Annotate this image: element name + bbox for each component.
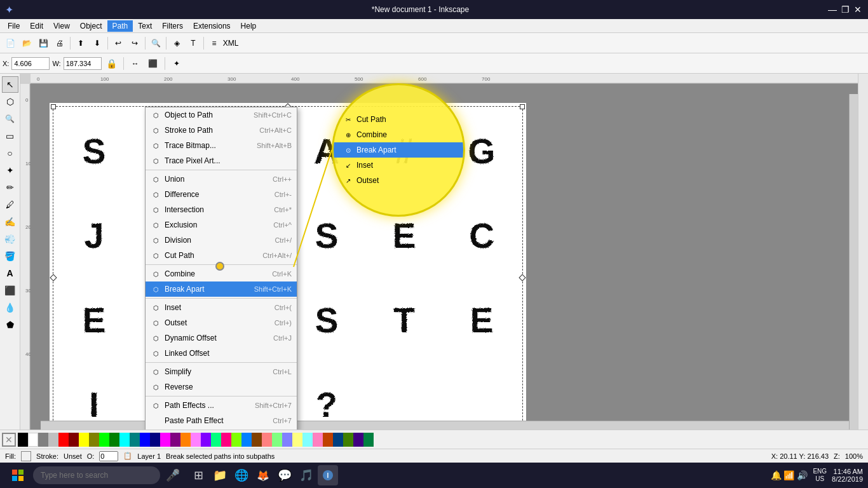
popup-inset[interactable]: ↙ Inset	[334, 158, 463, 173]
swatch-salmon[interactable]	[262, 433, 272, 447]
swatch-indigo[interactable]	[353, 433, 363, 447]
undo-button[interactable]: ↩	[111, 36, 126, 51]
menu-file[interactable]: File	[3, 20, 25, 32]
import-button[interactable]: ⬆	[73, 36, 88, 51]
rect-tool[interactable]: ▭	[2, 128, 18, 144]
swatch-brown[interactable]	[252, 433, 262, 447]
taskbar-fileexplorer-button[interactable]: 📁	[210, 465, 230, 485]
swatch-maroon[interactable]	[69, 433, 79, 447]
node-tool[interactable]: ⬡	[2, 93, 18, 110]
taskbar-browser-button[interactable]: 🌐	[231, 465, 252, 485]
swatch-fuchsia[interactable]	[160, 433, 170, 447]
swatch-orange[interactable]	[180, 433, 191, 447]
menu-difference[interactable]: ⬡ Difference Ctrl+-	[146, 187, 297, 202]
opacity-input[interactable]	[99, 451, 118, 461]
menu-stroke-to-path[interactable]: ⬡ Stroke to Path Ctrl+Alt+C	[146, 123, 297, 138]
minimize-button[interactable]: —	[827, 4, 837, 15]
swatch-navy[interactable]	[150, 433, 160, 447]
swatch-silver[interactable]	[48, 433, 58, 447]
zoom-tool[interactable]: 🔍	[2, 111, 18, 127]
menu-division[interactable]: ⬡ Division Ctrl+/	[146, 233, 297, 248]
close-button[interactable]: ✕	[853, 4, 863, 15]
swatch-lightyellow[interactable]	[292, 433, 302, 447]
redo-button[interactable]: ↪	[127, 36, 142, 51]
swatch-green[interactable]	[109, 433, 119, 447]
swatch-rust[interactable]	[323, 433, 333, 447]
scrollbar-vertical[interactable]	[849, 94, 858, 430]
swatch-lightcyan[interactable]	[302, 433, 313, 447]
menu-path[interactable]: Path	[107, 20, 133, 32]
align-button[interactable]: ≡	[207, 36, 222, 51]
swatch-chartreuse[interactable]	[231, 433, 241, 447]
menu-filters[interactable]: Filters	[157, 20, 188, 32]
swatch-forestgreen[interactable]	[363, 433, 374, 447]
open-button[interactable]: 📂	[19, 36, 34, 51]
zoom-in-button[interactable]: 🔍	[148, 36, 163, 51]
swatch-white[interactable]	[28, 433, 38, 447]
swatch-rose[interactable]	[221, 433, 231, 447]
pencil-tool[interactable]: ✏	[2, 179, 18, 196]
menu-object-to-path[interactable]: ⬡ Object to Path Shift+Ctrl+C	[146, 107, 297, 123]
popup-break-apart[interactable]: ⊙ Break Apart	[334, 142, 463, 158]
menu-simplify[interactable]: ⬡ Simplify Ctrl+L	[146, 364, 297, 379]
pen-tool[interactable]: 🖊	[2, 196, 18, 213]
snap-button[interactable]: ✦	[169, 56, 184, 71]
menu-text[interactable]: Text	[133, 20, 157, 32]
circle-tool[interactable]: ○	[2, 145, 18, 161]
export-button[interactable]: ⬇	[90, 36, 105, 51]
x-input[interactable]	[11, 57, 50, 70]
no-color-swatch[interactable]: ✕	[2, 433, 16, 447]
menu-exclusion[interactable]: ⬡ Exclusion Ctrl+^	[146, 217, 297, 233]
menu-path-effects[interactable]: ⬡ Path Effects ... Shift+Ctrl+7	[146, 398, 297, 413]
menu-inset[interactable]: ⬡ Inset Ctrl+(	[146, 300, 297, 315]
new-button[interactable]: 📄	[3, 36, 18, 51]
transform-button[interactable]: ↔	[128, 56, 143, 71]
menu-reverse[interactable]: ⬡ Reverse	[146, 379, 297, 395]
menu-linked-offset[interactable]: ⬡ Linked Offset	[146, 346, 297, 361]
swatch-mint[interactable]	[211, 433, 221, 447]
object-align-button[interactable]: ⬛	[146, 56, 161, 71]
menu-help[interactable]: Help	[236, 20, 262, 32]
swatch-periwinkle[interactable]	[282, 433, 292, 447]
menu-remove-path-effect[interactable]: Remove Path Effect	[146, 428, 297, 430]
connector-tool[interactable]: ⬟	[2, 316, 18, 333]
menu-paste-path-effect[interactable]: Paste Path Effect Ctrl+7	[146, 413, 297, 428]
swatch-teal[interactable]	[130, 433, 140, 447]
popup-combine[interactable]: ⊕ Combine	[334, 127, 463, 142]
menu-dynamic-offset[interactable]: ⬡ Dynamic Offset Ctrl+J	[146, 330, 297, 346]
node-tool-button[interactable]: ◈	[169, 36, 184, 51]
swatch-darkblue[interactable]	[333, 433, 343, 447]
menu-trace-pixel-art[interactable]: ⬡ Trace Pixel Art...	[146, 153, 297, 168]
swatch-darkolive[interactable]	[343, 433, 353, 447]
swatch-hotpink[interactable]	[313, 433, 323, 447]
taskbar-taskview-button[interactable]: ⊞	[188, 465, 208, 485]
taskbar-inkscape-button[interactable]: I	[318, 465, 338, 485]
swatch-gray[interactable]	[38, 433, 48, 447]
fill-tool[interactable]: 🪣	[2, 248, 18, 264]
menu-object[interactable]: Object	[75, 20, 107, 32]
swatch-olive[interactable]	[89, 433, 99, 447]
fill-swatch[interactable]	[21, 451, 31, 461]
swatch-red[interactable]	[58, 433, 69, 447]
taskbar-microphone-button[interactable]: 🎤	[163, 465, 183, 485]
swatch-yellow[interactable]	[79, 433, 89, 447]
print-button[interactable]: 🖨	[52, 36, 67, 51]
swatch-lime[interactable]	[99, 433, 109, 447]
menu-intersection[interactable]: ⬡ Intersection Ctrl+*	[146, 202, 297, 217]
dropper-tool[interactable]: 💧	[2, 299, 18, 316]
xml-button[interactable]: XML	[223, 36, 238, 51]
lock-ratio-button[interactable]: 🔒	[104, 56, 119, 71]
spray-tool[interactable]: 💨	[2, 231, 18, 247]
swatch-cyan[interactable]	[119, 433, 130, 447]
save-button[interactable]: 💾	[36, 36, 51, 51]
gradient-tool[interactable]: ⬛	[2, 282, 18, 299]
swatch-azure[interactable]	[241, 433, 252, 447]
menu-edit[interactable]: Edit	[25, 20, 48, 32]
menu-outset[interactable]: ⬡ Outset Ctrl+)	[146, 315, 297, 330]
menu-union[interactable]: ⬡ Union Ctrl++	[146, 172, 297, 187]
menu-break-apart[interactable]: ⬡ Break Apart Shift+Ctrl+K	[146, 281, 297, 297]
star-tool[interactable]: ✦	[2, 162, 18, 179]
popup-cut-path[interactable]: ✂ Cut Path	[334, 112, 463, 127]
text-tool-button[interactable]: T	[186, 36, 201, 51]
menu-extensions[interactable]: Extensions	[188, 20, 236, 32]
